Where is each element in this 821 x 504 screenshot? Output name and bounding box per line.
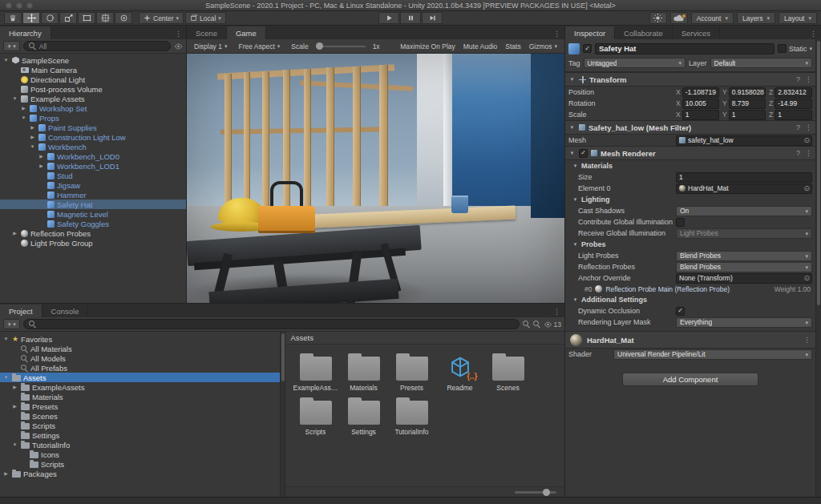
hierarchy-item[interactable]: ▶Construction Light Low [0, 132, 186, 142]
preview-packages-icon[interactable] [649, 12, 667, 24]
tab-collaborate[interactable]: Collaborate [615, 26, 673, 39]
project-tree-item[interactable]: Settings [0, 430, 280, 440]
material-menu-icon[interactable]: ⋮ [803, 336, 811, 344]
scale-tool-icon[interactable] [59, 12, 77, 24]
hierarchy-item[interactable]: Magnetic Level [0, 209, 186, 219]
hierarchy-item[interactable]: ▼SampleScene [0, 55, 186, 65]
layer-dropdown[interactable]: Default▾ [710, 58, 812, 68]
object-picker-icon[interactable]: ⊙ [803, 184, 810, 192]
account-dropdown[interactable]: Account▾ [691, 12, 734, 24]
expand-arrow-icon[interactable]: ▼ [11, 442, 18, 447]
project-tree-item[interactable]: Scenes [0, 411, 280, 421]
project-tree-item[interactable]: ▼★Favorites [0, 334, 280, 344]
lighting-foldout[interactable]: ▼Lighting [565, 194, 815, 205]
rendering-layer-mask-dropdown[interactable]: Everything▾ [676, 317, 812, 328]
play-button[interactable] [378, 12, 399, 24]
active-checkbox[interactable]: ✓ [583, 44, 592, 53]
mute-audio-button[interactable]: Mute Audio [459, 41, 502, 52]
expand-arrow-icon[interactable]: ▶ [38, 154, 45, 159]
add-component-button[interactable]: Add Component [622, 373, 758, 386]
mesh-renderer-component-header[interactable]: ▼ ✓ Mesh Renderer ?⋮ [565, 146, 815, 160]
asset-item[interactable]: TutorialInfo [390, 395, 435, 436]
position-z-field[interactable]: 2.832412 [774, 87, 812, 98]
gameobject-name-field[interactable]: Safety Hat [595, 43, 774, 54]
project-search-input[interactable] [23, 319, 520, 329]
hand-tool-icon[interactable] [4, 12, 22, 24]
hierarchy-item[interactable]: Post-process Volume [0, 84, 186, 94]
contribute-gi-checkbox[interactable] [676, 218, 685, 227]
display-dropdown[interactable]: Display 1▾ [190, 41, 231, 52]
expand-arrow-icon[interactable]: ▼ [20, 115, 27, 120]
maximize-window-icon[interactable] [26, 2, 33, 9]
icon-size-slider[interactable] [515, 491, 556, 494]
hierarchy-item[interactable]: Main Camera [0, 65, 186, 75]
hierarchy-search-input[interactable]: All [23, 41, 171, 51]
transform-tool-icon[interactable] [96, 12, 114, 24]
rotation-x-field[interactable]: 10.005 [682, 99, 719, 109]
hierarchy-item[interactable]: Stud [0, 171, 186, 180]
project-tree-item[interactable]: Icons [0, 450, 280, 459]
scale-x-field[interactable]: 1 [682, 110, 719, 120]
hierarchy-item[interactable]: Safety Goggles [0, 219, 186, 228]
hierarchy-item[interactable]: ▼Workbench [0, 142, 186, 151]
game-viewport[interactable] [187, 54, 564, 303]
materials-foldout[interactable]: ▼Materials [565, 160, 815, 171]
project-tree-item[interactable]: Materials [0, 392, 280, 401]
component-menu-icon[interactable]: ⋮ [805, 123, 812, 131]
material-object-field[interactable]: HardHat_Mat ⊙ [676, 183, 812, 194]
collab-cloud-icon[interactable] [670, 12, 688, 24]
pivot-local-button[interactable]: Local▾ [185, 12, 226, 24]
static-toggle[interactable]: Static ▾ [778, 44, 812, 53]
hierarchy-item[interactable]: Jigsaw [0, 180, 186, 190]
tab-hierarchy[interactable]: Hierarchy [0, 26, 51, 39]
pivot-center-button[interactable]: Center▾ [139, 12, 184, 24]
panel-menu-icon[interactable]: ⋮ [553, 30, 560, 38]
component-menu-icon[interactable]: ⋮ [805, 149, 812, 157]
component-enabled-checkbox[interactable]: ✓ [579, 149, 588, 158]
gizmos-dropdown[interactable]: Gizmos▾ [525, 41, 561, 52]
rotation-z-field[interactable]: -14.99 [774, 99, 812, 109]
hierarchy-item[interactable]: ▶Reflection Probes [0, 228, 186, 238]
foldout-arrow-icon[interactable]: ▼ [568, 77, 576, 82]
minimize-window-icon[interactable] [16, 2, 22, 9]
reflection-probes-dropdown[interactable]: Blend Probes▾ [676, 262, 812, 272]
project-tree-item[interactable]: All Materials [0, 344, 280, 353]
scale-slider[interactable] [316, 46, 366, 47]
hidden-packages-count[interactable]: 13 [544, 321, 561, 329]
project-tree-item[interactable]: Scripts [0, 459, 280, 469]
expand-arrow-icon[interactable]: ▼ [29, 144, 36, 149]
maximize-on-play-button[interactable]: Maximize On Play [396, 41, 459, 52]
create-object-button[interactable]: +▾ [3, 41, 20, 51]
hierarchy-item[interactable]: ▶Workshop Set [0, 103, 186, 113]
stats-button[interactable]: Stats [501, 41, 524, 52]
hierarchy-item[interactable]: ▼Example Assets [0, 94, 186, 103]
probes-foldout[interactable]: ▼Probes [565, 239, 815, 250]
scale-z-field[interactable]: 1 [774, 110, 812, 120]
pause-button[interactable] [400, 12, 421, 24]
panel-menu-icon[interactable]: ⋮ [175, 30, 182, 38]
expand-arrow-icon[interactable]: ▶ [29, 125, 36, 130]
shader-dropdown[interactable]: Universal Render Pipeline/Lit▾ [613, 349, 812, 360]
component-menu-icon[interactable]: ⋮ [805, 75, 812, 83]
asset-item[interactable]: ExampleAssets [293, 351, 338, 392]
scale-y-field[interactable]: 1 [729, 110, 766, 120]
expand-arrow-icon[interactable]: ▶ [11, 404, 18, 409]
dynamic-occlusion-checkbox[interactable]: ✓ [676, 307, 685, 316]
panel-menu-icon[interactable]: ⋮ [553, 308, 560, 316]
object-picker-icon[interactable]: ⊙ [803, 136, 810, 144]
panel-menu-icon[interactable]: ⋮ [810, 30, 817, 38]
scene-visibility-icon[interactable] [174, 43, 183, 50]
rect-tool-icon[interactable] [78, 12, 95, 24]
hierarchy-item[interactable]: ▶Workbench_LOD1 [0, 161, 186, 171]
close-window-icon[interactable] [6, 2, 12, 9]
hierarchy-item[interactable]: ▶Workbench_LOD0 [0, 151, 186, 161]
step-button[interactable] [422, 12, 443, 24]
custom-tool-icon[interactable] [115, 12, 132, 24]
hierarchy-item[interactable]: Hammer [0, 190, 186, 200]
expand-arrow-icon[interactable]: ▼ [2, 58, 10, 62]
project-tree-item[interactable]: Scripts [0, 421, 280, 430]
project-tree-item[interactable]: ▶ExampleAssets [0, 382, 280, 392]
expand-arrow-icon[interactable]: ▼ [2, 337, 10, 341]
materials-size-field[interactable]: 1 [676, 172, 812, 183]
light-probes-dropdown[interactable]: Blend Probes▾ [676, 251, 812, 261]
